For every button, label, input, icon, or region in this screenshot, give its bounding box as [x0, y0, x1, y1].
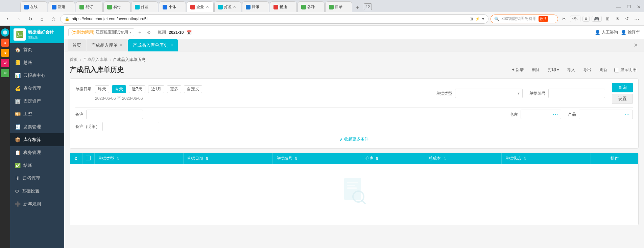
sidebar-item-archive[interactable]: 🗄 归档管理	[10, 172, 64, 185]
apps-btn[interactable]: ⊞	[470, 17, 473, 21]
note-detail-input[interactable]	[102, 122, 159, 131]
sidebar-item-newrules[interactable]: ➕ 新年规则	[10, 198, 64, 210]
refresh-nav-btn[interactable]: ↻	[26, 14, 35, 24]
company-selector[interactable]: (勿删勿禁用) 江西服宝测试专用 ▾	[68, 28, 134, 36]
note-input[interactable]	[86, 110, 143, 119]
currency-btn[interactable]: ¥	[582, 16, 590, 22]
back-btn[interactable]: ‹	[3, 14, 12, 24]
page-tab-history[interactable]: 产成品入库单历史 ✕	[128, 39, 178, 51]
warehouse-dots-btn[interactable]: ⋯	[553, 111, 558, 118]
setting-button[interactable]: 设置	[612, 94, 633, 104]
new-btn[interactable]: + 新增	[509, 66, 527, 74]
tab-t8[interactable]: 好差 ✕	[214, 1, 241, 12]
th-total-cost[interactable]: 总成本 ⇅	[425, 153, 502, 164]
app-icon-3[interactable]: ★	[1, 49, 9, 57]
th-gear[interactable]: ⚙	[70, 153, 82, 164]
home-btn[interactable]: ⌂	[37, 14, 47, 24]
tab-t7[interactable]: 企业 ✕	[187, 1, 214, 12]
show-col-checkbox[interactable]	[614, 68, 619, 72]
tab-t9[interactable]: 腾讯	[242, 1, 269, 12]
grid-btn[interactable]: ⊞	[604, 16, 612, 21]
tab-t1[interactable]: 在线	[20, 1, 47, 12]
dropdown-btn[interactable]: ▾	[482, 17, 484, 21]
gamepad-btn[interactable]: 🎮	[592, 16, 602, 22]
sidebar-item-ledger[interactable]: 📒 总账	[10, 56, 64, 69]
date-btn-custom[interactable]: 自定义	[184, 85, 202, 93]
th-doc-number[interactable]: 单据编号 ⇅	[272, 153, 362, 164]
forward-btn[interactable]: ›	[14, 14, 24, 24]
date-btn-yesterday[interactable]: 昨天	[95, 85, 109, 93]
th-doc-date[interactable]: 单据日期 ⇅	[184, 153, 273, 164]
more-btn[interactable]: ⋯	[632, 16, 641, 22]
app-icon-5[interactable]: ✉	[1, 69, 9, 77]
th-doc-status[interactable]: 单据状态 ⇅	[501, 153, 591, 164]
lightning-btn[interactable]: ⚡	[475, 17, 480, 21]
date-btn-1month[interactable]: 近1月	[148, 85, 165, 93]
doc-type-select[interactable]: ▾	[455, 89, 523, 98]
user-service-btn[interactable]: 👤 人工咨询	[595, 29, 618, 35]
tab-t11[interactable]: 各种	[297, 1, 325, 12]
tab-t2[interactable]: 新建	[48, 1, 75, 12]
product-dots-btn[interactable]: ⋯	[624, 111, 630, 118]
page-tab-home[interactable]: 首页	[68, 39, 86, 51]
print-btn[interactable]: 打印 ▾	[545, 66, 562, 74]
user-avatar[interactable]: 👤 徐泽华	[621, 29, 640, 35]
date-btn-7days[interactable]: 近7天	[129, 85, 145, 93]
sidebar-item-tax[interactable]: 📋 税务管理	[10, 146, 64, 159]
settings-gear-btn[interactable]: ⚙	[145, 30, 152, 35]
date-btn-today[interactable]: 今天	[112, 85, 126, 93]
translate-btn[interactable]: 译·	[570, 16, 580, 22]
export-btn[interactable]: 导出	[580, 66, 595, 74]
app-icon-1[interactable]	[1, 28, 9, 37]
tab-t8-close[interactable]: ✕	[233, 5, 236, 9]
sidebar-item-home[interactable]: 🏠 首页	[10, 43, 64, 56]
sidebar-item-fixed[interactable]: 🏢 固定资产	[10, 95, 64, 108]
sidebar-item-report[interactable]: 📊 云报表中心	[10, 69, 64, 82]
date-btn-more[interactable]: 更多	[167, 85, 181, 93]
address-input[interactable]: 🔒 https://cloud.chanjet.com/accounting/u…	[60, 14, 488, 24]
tab-t10[interactable]: 畅通	[270, 1, 297, 12]
maximize-btn[interactable]: ❐	[624, 2, 634, 12]
app-icon-2[interactable]: ●	[1, 39, 9, 47]
tab-t12[interactable]: 目录	[325, 1, 352, 12]
sidebar-item-salary[interactable]: 💴 工资	[10, 108, 64, 120]
page-tab-list-close[interactable]: ✕	[120, 43, 123, 47]
query-button[interactable]: 查询	[612, 83, 633, 92]
calendar-icon[interactable]: 📅	[186, 30, 192, 35]
bookmark-btn[interactable]: ☆	[49, 14, 58, 24]
close-window-btn[interactable]: ✕	[634, 2, 644, 12]
back2-btn[interactable]: ↺	[624, 16, 630, 21]
panel-close-btn[interactable]: ✕	[631, 42, 641, 48]
sidebar-item-inventory[interactable]: 📦 库存核算	[10, 133, 64, 146]
scissors-btn[interactable]: ✂	[560, 16, 568, 21]
minimize-btn[interactable]: —	[614, 2, 624, 12]
collapse-btn[interactable]: ∧ 收起更多条件	[75, 134, 633, 144]
new-tab-btn[interactable]: +	[352, 3, 362, 12]
delete-btn[interactable]: 删除	[528, 66, 543, 74]
th-doc-type[interactable]: 单据类型 ⇅	[94, 153, 184, 164]
refresh-btn[interactable]: 刷新	[596, 66, 611, 74]
sidebar-item-settings[interactable]: ⚙ 基础设置	[10, 185, 64, 198]
theme-btn[interactable]: ☀	[614, 16, 622, 21]
th-checkbox[interactable]	[82, 153, 94, 164]
sidebar-item-invoice[interactable]: 🧾 发票管理	[10, 120, 64, 133]
page-tab-history-close[interactable]: ✕	[170, 43, 173, 47]
sidebar-item-checkout[interactable]: ✅ 结账	[10, 159, 64, 172]
tab-t6[interactable]: 个体	[159, 1, 186, 12]
tab-t3[interactable]: 易订	[76, 1, 103, 12]
tab-t4[interactable]: 易付	[103, 1, 130, 12]
search-bar[interactable]: 🔍 360智能抠图免费用 热搜	[491, 15, 558, 23]
import-btn[interactable]: 导入	[564, 66, 578, 74]
th-warehouse[interactable]: 仓库 ⇅	[362, 153, 425, 164]
tab-t5[interactable]: 好差	[131, 1, 158, 12]
doc-number-input[interactable]	[548, 89, 605, 98]
warehouse-select[interactable]: ⋯	[521, 110, 561, 119]
breadcrumb-list[interactable]: 产成品入库单	[83, 57, 108, 63]
add-company-btn[interactable]: +	[137, 29, 143, 36]
breadcrumb-home[interactable]: 首页	[70, 57, 78, 63]
sidebar-item-fund[interactable]: 💰 资金管理	[10, 82, 64, 95]
product-select[interactable]: ⋯	[579, 110, 633, 119]
tab-t7-close[interactable]: ✕	[205, 4, 210, 9]
app-icon-4[interactable]: W	[1, 59, 9, 67]
page-tab-list[interactable]: 产成品入库单 ✕	[87, 39, 127, 51]
